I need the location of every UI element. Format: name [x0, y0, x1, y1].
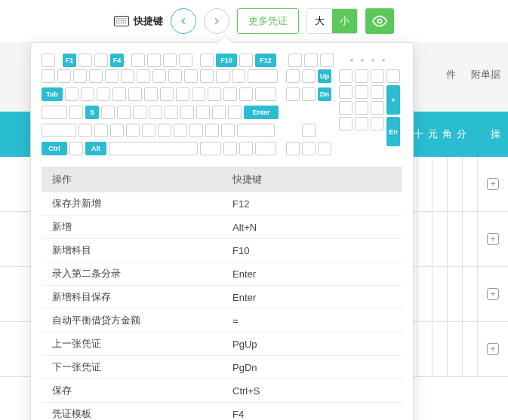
add-row-icon[interactable]: + [487, 343, 499, 355]
th-shortcut: 快捷键 [222, 167, 402, 192]
table-row: 新增科目保存Enter [42, 286, 402, 309]
keyboard-diagram: F1 F4 F10 F12 Tab [42, 54, 402, 158]
key-f10: F10 [216, 54, 237, 67]
keyboard-icon [114, 16, 129, 26]
col-label: 十 [414, 127, 423, 141]
shortcut-toggle[interactable]: 快捷键 [114, 14, 163, 28]
th-action: 操作 [42, 167, 222, 192]
cell-shortcut: Alt+N [222, 216, 402, 239]
cell-action: 下一张凭证 [42, 356, 222, 379]
size-large-button[interactable]: 大 [307, 9, 332, 33]
cell-action: 录入第二条分录 [42, 262, 222, 286]
cell-action: 凭证模板 [42, 403, 222, 421]
col-label: 元 [428, 127, 438, 141]
key-pgdn: Dn [318, 87, 331, 101]
arrow-left-icon [178, 16, 189, 26]
cell-shortcut: Enter [222, 286, 402, 309]
cell-shortcut: = [222, 309, 402, 333]
svg-point-0 [378, 20, 382, 23]
cell-action: 自动平衡借贷方金额 [42, 309, 222, 333]
table-row: 下一张凭证PgDn [42, 356, 402, 379]
col-label: 分 [457, 127, 466, 141]
shortcuts-table: 操作 快捷键 保存并新增F12新增Alt+N新增科目F10录入第二条分录Ente… [42, 167, 402, 420]
preview-button[interactable] [365, 8, 394, 34]
next-button[interactable] [204, 8, 229, 34]
key-alt: Alt [85, 142, 106, 155]
key-pgup: Up [318, 69, 331, 83]
key-ctrl: Ctrl [42, 142, 67, 155]
more-vouchers-button[interactable]: 更多凭证 [237, 8, 299, 34]
key-numpad-enter: En [386, 117, 400, 146]
prev-button[interactable] [171, 8, 196, 34]
cell-action: 新增科目保存 [42, 286, 222, 309]
cell-action: 保存 [42, 379, 222, 403]
col-label: 操 [491, 127, 500, 141]
cell-shortcut: Ctrl+S [222, 379, 402, 403]
attach-link[interactable]: 件 [446, 68, 456, 81]
cell-action: 保存并新增 [42, 192, 222, 216]
table-row: 新增Alt+N [42, 216, 402, 239]
cell-shortcut: PgDn [222, 356, 402, 379]
shortcut-popover: F1 F4 F10 F12 Tab [30, 42, 414, 420]
table-row: 自动平衡借贷方金额= [42, 309, 402, 333]
cell-shortcut: F4 [222, 403, 402, 421]
shortcut-label-text: 快捷键 [134, 14, 163, 28]
arrow-right-icon [211, 16, 222, 26]
key-enter: Enter [244, 106, 279, 119]
eye-icon [372, 14, 387, 29]
cell-shortcut: F10 [222, 239, 402, 262]
add-row-icon[interactable]: + [487, 178, 499, 190]
size-small-button[interactable]: 小 [332, 9, 357, 33]
key-f12: F12 [255, 54, 276, 67]
size-toggle: 大 小 [306, 8, 358, 34]
cell-action: 新增 [42, 216, 222, 239]
cell-shortcut: Enter [222, 262, 402, 286]
key-tab: Tab [42, 87, 63, 101]
table-row: 保存并新增F12 [42, 192, 402, 216]
add-row-icon[interactable]: + [487, 233, 499, 245]
table-row: 上一张凭证PgUp [42, 333, 402, 356]
topbar: 快捷键 更多凭证 大 小 [0, 0, 508, 42]
key-s: S [85, 106, 99, 119]
cell-action: 新增科目 [42, 239, 222, 262]
key-plus: + [386, 85, 400, 115]
attachments-link[interactable]: 附单据 [471, 68, 500, 81]
table-row: 新增科目F10 [42, 239, 402, 262]
col-label: 角 [442, 127, 452, 141]
right-links: 件 附单据 [446, 68, 500, 81]
cell-shortcut: PgUp [222, 333, 402, 356]
key-f4: F4 [110, 54, 124, 67]
key-f1: F1 [63, 54, 76, 67]
table-row: 保存Ctrl+S [42, 379, 402, 403]
cell-action: 上一张凭证 [42, 333, 222, 356]
table-row: 录入第二条分录Enter [42, 262, 402, 286]
add-row-icon[interactable]: + [487, 288, 499, 300]
table-row: 凭证模板F4 [42, 403, 402, 421]
cell-shortcut: F12 [222, 192, 402, 216]
